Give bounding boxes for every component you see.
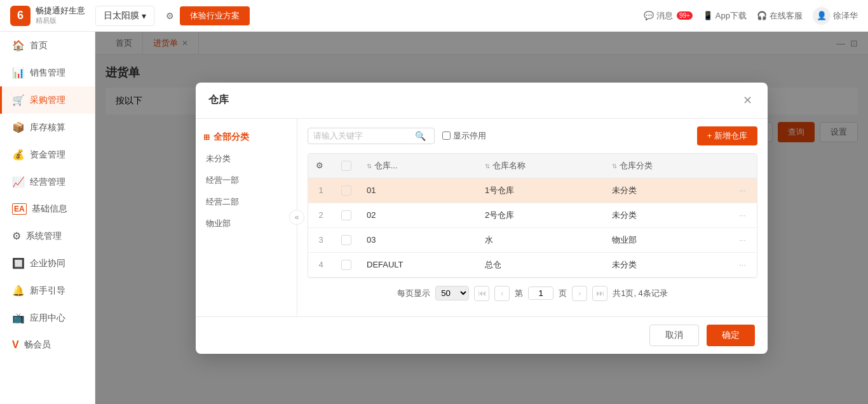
page-prev-button[interactable]: ‹ <box>494 286 510 301</box>
warehouse-table: ⚙ ⇅ 仓库... <box>308 153 757 278</box>
app-download-label: App下载 <box>715 10 747 22</box>
home-icon: 🏠 <box>12 39 25 51</box>
page-label: 第 <box>515 288 523 299</box>
purchase-icon: 🛒 <box>12 94 25 106</box>
row-checkbox[interactable] <box>341 210 351 220</box>
row-code: 01 <box>359 178 477 203</box>
operations-icon: 📈 <box>12 176 25 188</box>
category-item-operations1[interactable]: 经营一部 <box>196 170 297 191</box>
customer-service-item[interactable]: 🎧 在线客服 <box>757 10 803 22</box>
per-page-label: 每页显示 <box>397 288 430 299</box>
sidebar-label-guide: 新手引导 <box>30 285 65 297</box>
notification-badge: 99+ <box>677 11 693 20</box>
logo-sub: 精易版 <box>36 16 85 25</box>
try-button[interactable]: 体验行业方案 <box>180 6 250 25</box>
select-all-checkbox[interactable] <box>341 161 351 171</box>
sidebar-item-sales[interactable]: 📊 销售管理 <box>0 59 95 86</box>
notifications-label: 消息 <box>656 10 673 22</box>
category-sidebar: ⊞ 全部分类 未分类 经营一部 经营二部 物业部 « <box>196 119 297 316</box>
table-row[interactable]: 2 02 2号仓库 未分类 ··· <box>308 203 757 227</box>
system-icon: ⚙ <box>12 230 21 242</box>
sidebar-item-guide[interactable]: 🔔 新手引导 <box>0 277 95 304</box>
modal-body: ⊞ 全部分类 未分类 经营一部 经营二部 物业部 « <box>196 119 768 316</box>
col-code-header[interactable]: ⇅ 仓库... <box>359 154 477 178</box>
per-page-select[interactable]: 50 20 100 <box>435 286 469 300</box>
sidebar-item-inventory[interactable]: 📦 库存核算 <box>0 114 95 141</box>
row-name: 总仓 <box>477 252 604 277</box>
row-checkbox[interactable] <box>341 235 351 245</box>
guide-icon: 🔔 <box>12 285 25 297</box>
sidebar-item-basic-info[interactable]: EA 基础信息 <box>0 196 95 222</box>
col-category-header[interactable]: ⇅ 仓库分类 <box>604 154 731 178</box>
col-name-header[interactable]: ⇅ 仓库名称 <box>477 154 604 178</box>
app-download-item[interactable]: 📱 App下载 <box>703 10 747 22</box>
row-checkbox-cell[interactable] <box>334 227 359 252</box>
sidebar-label-operations: 经营管理 <box>30 177 65 188</box>
total-label: 共1页, 4条记录 <box>613 288 668 299</box>
notifications-item[interactable]: 💬 消息 99+ <box>644 10 693 22</box>
sidebar-item-finance[interactable]: 💰 资金管理 <box>0 141 95 168</box>
modal-toolbar: 🔍 显示停用 + 新增仓库 <box>308 126 757 145</box>
modal-header: 仓库 ✕ <box>196 83 768 119</box>
main-layout: 🏠 首页 📊 销售管理 🛒 采购管理 📦 库存核算 💰 资金管理 📈 经营管理 … <box>0 32 868 404</box>
message-icon: 💬 <box>644 11 654 20</box>
enterprise-icon: 🔲 <box>12 257 25 269</box>
inventory-icon: 📦 <box>12 121 25 133</box>
page-first-button[interactable]: ⏮ <box>474 286 489 301</box>
store-selector[interactable]: 日太阳膜 ▾ <box>95 6 154 26</box>
row-more: ··· <box>731 203 757 227</box>
show-disabled-checkbox[interactable] <box>442 131 451 140</box>
sidebar-item-member[interactable]: V 畅会员 <box>0 332 95 358</box>
table-row[interactable]: 3 03 水 物业部 ··· <box>308 227 757 252</box>
collapse-sidebar-button[interactable]: « <box>289 210 304 225</box>
add-warehouse-button[interactable]: + 新增仓库 <box>697 126 757 145</box>
store-name: 日太阳膜 <box>104 10 139 22</box>
confirm-button[interactable]: 确定 <box>707 325 755 346</box>
modal-close-button[interactable]: ✕ <box>740 93 755 108</box>
logo-area: 6 畅捷通好生意 精易版 <box>10 6 85 26</box>
page-next-button[interactable]: › <box>572 286 587 301</box>
search-input[interactable] <box>313 131 415 140</box>
category-item-property[interactable]: 物业部 <box>196 213 297 234</box>
headset-icon: 🎧 <box>757 11 767 20</box>
category-item-operations2[interactable]: 经营二部 <box>196 191 297 213</box>
sidebar: 🏠 首页 📊 销售管理 🛒 采购管理 📦 库存核算 💰 资金管理 📈 经营管理 … <box>0 32 95 404</box>
modal-main: 🔍 显示停用 + 新增仓库 <box>297 119 768 316</box>
page-last-button[interactable]: ⏭ <box>592 286 607 301</box>
username: 徐泽华 <box>833 10 858 22</box>
category-item-unclassified[interactable]: 未分类 <box>196 148 297 170</box>
row-checkbox[interactable] <box>341 185 351 196</box>
sidebar-item-home[interactable]: 🏠 首页 <box>0 32 95 59</box>
basic-info-icon: EA <box>12 203 27 215</box>
search-icon[interactable]: 🔍 <box>415 131 426 141</box>
customer-service-label: 在线客服 <box>770 10 803 22</box>
row-checkbox[interactable] <box>341 260 351 270</box>
header-right: 💬 消息 99+ 📱 App下载 🎧 在线客服 👤 徐泽华 <box>644 7 858 25</box>
category-header[interactable]: ⊞ 全部分类 <box>196 126 297 148</box>
grid-icon: ⊞ <box>203 133 210 142</box>
row-category: 未分类 <box>604 178 731 203</box>
sidebar-item-purchase[interactable]: 🛒 采购管理 <box>0 86 95 114</box>
row-more: ··· <box>731 227 757 252</box>
sidebar-item-system[interactable]: ⚙ 系统管理 <box>0 222 95 250</box>
settings-icon[interactable]: ⚙ <box>159 6 180 26</box>
modal-footer: 取消 确定 <box>196 316 768 354</box>
row-name: 1号仓库 <box>477 178 604 203</box>
sidebar-label-inventory: 库存核算 <box>30 122 65 133</box>
row-checkbox-cell[interactable] <box>334 252 359 277</box>
content-area: 首页 进货单 ✕ — ⊡ 进货单 按以下 印 ↓ 导出 ↺ 刷新 查询 设置 <box>95 32 868 404</box>
row-checkbox-cell[interactable] <box>334 178 359 203</box>
row-checkbox-cell[interactable] <box>334 203 359 227</box>
show-disabled-label: 显示停用 <box>453 130 486 142</box>
cancel-button[interactable]: 取消 <box>649 325 699 346</box>
table-row[interactable]: 1 01 1号仓库 未分类 ··· <box>308 178 757 203</box>
sidebar-label-sales: 销售管理 <box>30 67 65 79</box>
page-input[interactable] <box>528 286 553 300</box>
sidebar-item-enterprise[interactable]: 🔲 企业协同 <box>0 250 95 277</box>
table-row[interactable]: 4 DEFAULT 总仓 未分类 ··· <box>308 252 757 277</box>
sidebar-item-apps[interactable]: 📺 应用中心 <box>0 304 95 332</box>
col-checkbox-header <box>334 154 359 178</box>
logo-text-area: 畅捷通好生意 精易版 <box>36 6 85 26</box>
sidebar-item-operations[interactable]: 📈 经营管理 <box>0 168 95 196</box>
user-info[interactable]: 👤 徐泽华 <box>813 7 858 25</box>
